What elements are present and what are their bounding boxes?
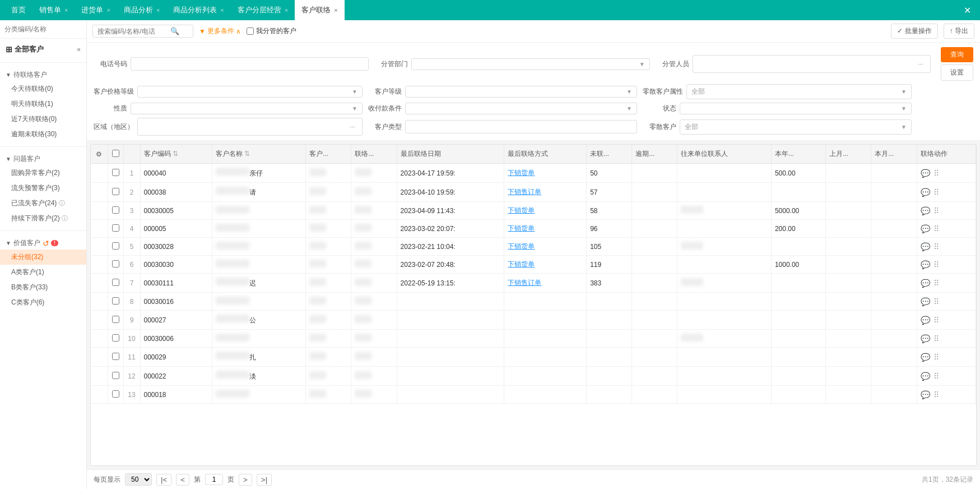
- sidebar-item-churn-risk[interactable]: 流失预警客户(3): [0, 181, 86, 196]
- td-last-contact-method[interactable]: 下销售订单: [504, 183, 587, 202]
- sidebar-item-overdue[interactable]: 逾期未联络(30): [0, 127, 86, 142]
- th-contact-person[interactable]: 往来单位联系人: [677, 145, 771, 164]
- chat-icon[interactable]: 💬: [921, 242, 930, 251]
- th-this-year[interactable]: 本年...: [771, 145, 825, 164]
- query-button[interactable]: 查询: [941, 47, 973, 62]
- window-close-button[interactable]: ✕: [959, 5, 976, 16]
- sidebar-search-box[interactable]: 🔍: [0, 20, 86, 39]
- reset-button[interactable]: 设置: [941, 64, 973, 81]
- chat-icon[interactable]: 💬: [921, 169, 930, 178]
- select-all-checkbox[interactable]: [112, 150, 119, 157]
- contact-method-link[interactable]: 下销货单: [508, 206, 535, 214]
- chat-icon[interactable]: 💬: [921, 372, 930, 381]
- qr-icon[interactable]: ⠿: [933, 242, 939, 251]
- more-conditions-btn[interactable]: ▼ 更多条件 ∧: [199, 26, 241, 36]
- prev-page-button[interactable]: <: [176, 474, 189, 486]
- search-input[interactable]: [97, 27, 170, 35]
- row-checkbox[interactable]: [112, 260, 119, 267]
- th-last-contact-date[interactable]: 最后联络日期: [397, 145, 504, 164]
- sidebar-item-7days[interactable]: 近7天待联络(0): [0, 112, 86, 127]
- close-customer-contact-tab[interactable]: ×: [334, 7, 337, 13]
- sidebar-item-today[interactable]: 今天待联络(0): [0, 81, 86, 96]
- close-analysis-list-tab[interactable]: ×: [220, 7, 224, 13]
- td-last-contact-method[interactable]: 下销货单: [504, 202, 587, 220]
- qr-icon[interactable]: ⠿: [933, 372, 939, 381]
- region-dots[interactable]: ···: [347, 121, 357, 133]
- row-checkbox[interactable]: [112, 334, 119, 342]
- retail-attr-select[interactable]: 全部 ▼: [686, 84, 912, 99]
- qr-icon[interactable]: ⠿: [933, 297, 939, 306]
- td-last-contact-method[interactable]: 下销货单: [504, 238, 587, 256]
- row-checkbox[interactable]: [112, 372, 119, 379]
- th-checkbox[interactable]: [108, 145, 123, 164]
- th-no-contact-days[interactable]: 未联...: [587, 145, 632, 164]
- tab-customer-seg[interactable]: 客户分层经营 ×: [231, 0, 295, 20]
- first-page-button[interactable]: |<: [156, 474, 171, 486]
- tab-home[interactable]: 首页: [4, 0, 32, 20]
- th-type[interactable]: 客户...: [306, 145, 351, 164]
- th-code[interactable]: 客户编码 ⇅: [140, 145, 212, 164]
- td-checkbox[interactable]: [108, 220, 123, 238]
- row-checkbox[interactable]: [112, 390, 119, 398]
- td-checkbox[interactable]: [108, 238, 123, 256]
- row-checkbox[interactable]: [112, 297, 119, 305]
- cust-type-input[interactable]: [405, 120, 637, 133]
- th-last-month[interactable]: 上月...: [826, 145, 871, 164]
- region-select[interactable]: ···: [137, 118, 363, 136]
- td-last-contact-method[interactable]: 下销货单: [504, 256, 587, 274]
- manager-dots[interactable]: ···: [916, 58, 926, 70]
- chat-icon[interactable]: 💬: [921, 316, 930, 325]
- qr-icon[interactable]: ⠿: [933, 169, 939, 178]
- qr-icon[interactable]: ⠿: [933, 224, 939, 233]
- chat-icon[interactable]: 💬: [921, 297, 930, 306]
- td-last-contact-method[interactable]: [504, 330, 587, 348]
- contact-method-link[interactable]: 下销货单: [508, 242, 535, 250]
- chat-icon[interactable]: 💬: [921, 188, 930, 197]
- current-page-input[interactable]: [205, 474, 223, 485]
- chat-icon[interactable]: 💬: [921, 353, 930, 362]
- row-checkbox[interactable]: [112, 279, 119, 286]
- th-contact[interactable]: 联络...: [351, 145, 397, 164]
- chat-icon[interactable]: 💬: [921, 334, 930, 343]
- td-checkbox[interactable]: [108, 256, 123, 274]
- export-button[interactable]: ↑ 导出: [944, 24, 974, 39]
- td-checkbox[interactable]: [108, 386, 123, 404]
- td-last-contact-method[interactable]: [504, 348, 587, 367]
- row-checkbox[interactable]: [112, 316, 119, 323]
- contact-method-link[interactable]: 下销货单: [508, 260, 535, 268]
- chat-icon[interactable]: 💬: [921, 260, 930, 269]
- th-overdue[interactable]: 逾期...: [632, 145, 677, 164]
- td-checkbox[interactable]: [108, 183, 123, 202]
- qr-icon[interactable]: ⠿: [933, 316, 939, 325]
- sidebar-all-customers-header[interactable]: ⊞ 全部客户 «: [0, 41, 86, 58]
- my-customers-checkbox[interactable]: [247, 27, 254, 35]
- sidebar-item-a-class[interactable]: A类客户(1): [0, 265, 86, 280]
- tab-analysis[interactable]: 商品分析 ×: [117, 0, 166, 20]
- contact-method-link[interactable]: 下销货单: [508, 224, 535, 232]
- qr-icon[interactable]: ⠿: [933, 206, 939, 215]
- sidebar-item-lost[interactable]: 已流失客户(24) ⓘ: [0, 196, 86, 211]
- td-last-contact-method[interactable]: [504, 293, 587, 311]
- row-checkbox[interactable]: [112, 169, 119, 176]
- my-customers-filter[interactable]: 我分管的客户: [247, 26, 296, 36]
- td-last-contact-method[interactable]: 下销售订单: [504, 274, 587, 293]
- th-this-month[interactable]: 本月...: [871, 145, 917, 164]
- td-checkbox[interactable]: [108, 367, 123, 386]
- collapse-all-icon[interactable]: «: [77, 45, 81, 53]
- qr-icon[interactable]: ⠿: [933, 279, 939, 288]
- qr-icon[interactable]: ⠿: [933, 334, 939, 343]
- close-purchase-tab[interactable]: ×: [106, 7, 110, 13]
- td-checkbox[interactable]: [108, 202, 123, 220]
- td-last-contact-method[interactable]: [504, 311, 587, 330]
- qr-icon[interactable]: ⠿: [933, 188, 939, 197]
- sidebar-item-unclassified[interactable]: 未分组(32): [0, 250, 86, 265]
- td-checkbox[interactable]: [108, 330, 123, 348]
- page-size-select[interactable]: 50: [125, 473, 152, 486]
- td-checkbox[interactable]: [108, 293, 123, 311]
- chat-icon[interactable]: 💬: [921, 206, 930, 215]
- close-sales-tab[interactable]: ×: [64, 7, 68, 13]
- qr-icon[interactable]: ⠿: [933, 260, 939, 269]
- next-page-button[interactable]: >: [239, 474, 252, 486]
- contact-method-link[interactable]: 下销售订单: [508, 188, 541, 196]
- contact-method-link[interactable]: 下销货单: [508, 169, 535, 177]
